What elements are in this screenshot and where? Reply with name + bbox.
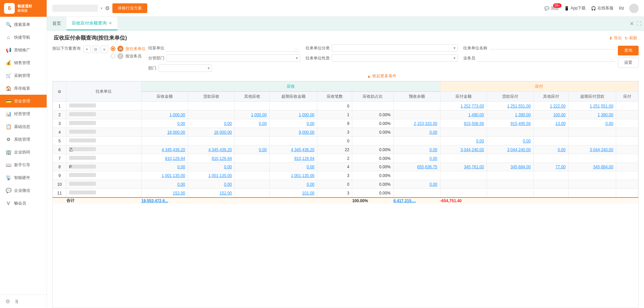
cell-link[interactable]: 810,126.64	[294, 156, 314, 161]
settings-button[interactable]: 设置	[618, 57, 639, 68]
table-settings-icon[interactable]: ⚙	[58, 89, 61, 94]
footer-settings-icon[interactable]: ⚙	[5, 298, 10, 305]
cell-link[interactable]: 152.00	[220, 191, 232, 195]
sidebar-item-member[interactable]: V 畅会员	[0, 197, 47, 210]
sidebar-item-base-info[interactable]: 📋 基础信息	[0, 120, 47, 133]
cell-link[interactable]: 0.00	[177, 165, 185, 169]
cell-link[interactable]: 0.00	[259, 121, 267, 126]
collapse-button[interactable]: ▲ 收起更多条件	[367, 73, 396, 79]
cell-link[interactable]: 655,636.75	[417, 165, 437, 169]
export-button[interactable]: ⬆ 导出	[609, 35, 622, 41]
cell-link[interactable]: 1,000.00	[299, 113, 315, 117]
cell-link[interactable]: 0.00	[177, 121, 185, 126]
salesperson-input[interactable]: ...	[477, 55, 615, 62]
scheme-settings-button[interactable]: ⊙	[92, 46, 99, 53]
cell-link[interactable]: 0.00	[224, 182, 232, 187]
cell-link[interactable]: 152.00	[173, 191, 185, 195]
cell-link[interactable]: 1,390.00	[515, 113, 531, 117]
cell-link[interactable]: 4,345,436.20	[162, 147, 185, 152]
sidebar-item-search-menu[interactable]: 🔍 搜索菜单	[0, 18, 47, 31]
cell-link[interactable]: 0.00	[307, 165, 314, 169]
topbar-gear-icon[interactable]: ⚙	[105, 5, 110, 11]
cell-link[interactable]: 0.00	[224, 121, 232, 126]
cell-link[interactable]: 1,001,135.00	[162, 173, 185, 178]
cell-link[interactable]: 1,251,551.00	[507, 104, 531, 108]
cell-link[interactable]: 0.00	[307, 121, 314, 126]
cell-link[interactable]: 915,508.56	[464, 121, 484, 126]
sidebar-item-wechat[interactable]: 💬 企业微信	[0, 184, 47, 197]
cell-link[interactable]: 4,345,436.20	[208, 147, 232, 152]
cell-link[interactable]: 4,345,436.20	[291, 147, 314, 152]
cell-link[interactable]: 3,044,240.00	[507, 147, 531, 152]
tab-fullscreen-icon[interactable]: ⛶	[637, 21, 641, 26]
sidebar-item-smart-hw[interactable]: 📡 智能硬件	[0, 171, 47, 184]
cell-link[interactable]: 0.00	[307, 182, 314, 187]
cell-link[interactable]: 2,153,333.00	[414, 121, 437, 126]
cell-link[interactable]: 77.00	[555, 165, 566, 169]
tab-close-window-icon[interactable]: ✕	[630, 20, 634, 27]
cell-link[interactable]: 810,126.64	[212, 156, 232, 161]
cell-link[interactable]: 345,684.00	[593, 165, 613, 169]
cell-link[interactable]: 0.00	[429, 147, 437, 152]
cell-link[interactable]: 1,251,551.00	[590, 104, 613, 108]
cell-link[interactable]: 810,126.64	[165, 156, 185, 161]
method-by-staff[interactable]: ⏱ 按业务员	[111, 53, 146, 59]
cell-link[interactable]: 0.00	[224, 165, 232, 169]
sidebar-item-guide[interactable]: 📖 新手引导	[0, 159, 47, 171]
message-button[interactable]: 💬 消息 99+	[544, 5, 559, 11]
sidebar-item-purchase[interactable]: 🛒 采购管理	[0, 69, 47, 82]
sidebar-item-quick-nav[interactable]: ⌂ 快捷导航	[0, 31, 47, 44]
cell-link[interactable]: 1,001,135.00	[291, 173, 314, 178]
user-avatar[interactable]	[629, 4, 639, 13]
settlement-unit-input[interactable]: ...	[166, 45, 300, 52]
query-button[interactable]: 查询	[618, 46, 639, 55]
cell-link[interactable]: 1,390.00	[598, 113, 613, 117]
cell-link[interactable]: 1,490.00	[468, 113, 484, 117]
app-download-button[interactable]: 📱 App下载	[564, 5, 586, 11]
cell-link[interactable]: 9,000.00	[299, 130, 315, 135]
cell-link[interactable]: 915,495.56	[511, 121, 531, 126]
department-select[interactable]: ▾	[158, 64, 212, 72]
cell-link[interactable]: 0.00	[429, 182, 437, 187]
cell-link[interactable]: 1,000.00	[169, 113, 185, 117]
sidebar-item-sales[interactable]: 💰 销售管理	[0, 56, 47, 69]
method-by-partner[interactable]: 🏢 按往来单位	[111, 46, 146, 52]
cell-link[interactable]: 18,000.00	[214, 130, 232, 135]
cell-link[interactable]: 3,044,240.00	[590, 147, 613, 152]
cell-link[interactable]: 101.00	[302, 191, 315, 195]
dept-charge-select[interactable]: ▾	[166, 54, 300, 62]
sidebar-item-marketing[interactable]: 📢 营销推广	[0, 44, 47, 56]
cell-link[interactable]: 1,222.00	[550, 104, 566, 108]
scheme-collapse-button[interactable]: «	[101, 46, 108, 53]
tab-ar-ap[interactable]: 应收应付余额查询 ✕	[66, 17, 117, 30]
sidebar-item-operations[interactable]: 📊 经营管理	[0, 107, 47, 120]
cell-link[interactable]: 1,252,773.00	[461, 104, 484, 108]
cell-link[interactable]: 0.00	[177, 182, 185, 187]
refresh-button[interactable]: ↻ 刷新	[625, 35, 637, 41]
cell-link[interactable]: 345,684.00	[511, 165, 531, 169]
cell-link[interactable]: 100.00	[553, 113, 566, 117]
cell-link[interactable]: 0.00	[259, 147, 267, 152]
sidebar-item-enterprise[interactable]: 🏢 企业协同	[0, 146, 47, 159]
partner-category-select[interactable]: ▾	[332, 44, 458, 52]
cell-link[interactable]: 0.00	[476, 139, 484, 143]
industry-solution-button[interactable]: 体验行业方案	[112, 3, 147, 13]
cell-link[interactable]: 3,044,240.00	[461, 147, 484, 152]
footer-ar-prepay[interactable]: 6,417,215....	[393, 199, 416, 203]
footer-ar-amount[interactable]: 19,553,472,6...	[141, 199, 168, 203]
partner-name-input[interactable]	[489, 47, 615, 49]
footer-collapse-icon[interactable]: ⏸	[14, 299, 19, 305]
cell-link[interactable]: 1,000.00	[251, 113, 267, 117]
cell-link[interactable]: 18,000.00	[167, 130, 185, 135]
scheme-add-button[interactable]: +	[83, 46, 91, 53]
partner-nature-select[interactable]: ▾	[332, 54, 458, 62]
cell-link[interactable]: 0.00	[558, 147, 566, 152]
cell-link[interactable]: 345,761.00	[464, 165, 484, 169]
cell-link[interactable]: 0.00	[429, 130, 437, 135]
online-service-button[interactable]: 🎧 在线客服	[591, 5, 613, 11]
cell-link[interactable]: 0.00	[605, 121, 613, 126]
sidebar-item-system[interactable]: ⚙ 系统管理	[0, 133, 47, 146]
sidebar-item-inventory[interactable]: 🏠 库存核算	[0, 82, 47, 95]
sidebar-item-capital[interactable]: 💳 资金管理	[0, 95, 47, 107]
cell-link[interactable]: 0.00	[429, 156, 437, 161]
